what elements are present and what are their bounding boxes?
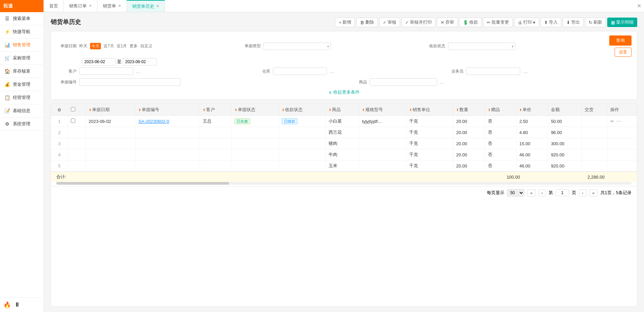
collapse-button[interactable]: ∧ 收起更多条件 [56, 89, 632, 95]
row-checkbox-cell [68, 160, 86, 172]
sidebar: 拓速 ☰ 搜索菜单 ⚡ 快捷导航 📊 销售管理 🛒 采购管理 🏠 库存核算 💰 … [0, 0, 44, 312]
staff-input[interactable] [466, 68, 520, 75]
audit-print-button[interactable]: ✓ 审核并打印 [401, 18, 436, 27]
page-number-input[interactable] [556, 189, 569, 196]
fire-icon[interactable]: 🔥 [3, 301, 11, 309]
date-shortcut-today[interactable]: 今天 [90, 43, 101, 49]
row-customer-cell [200, 127, 232, 138]
sidebar-item-sales-mgmt[interactable]: 📊 销售管理 [0, 38, 44, 52]
date-column-header[interactable]: ⬆单据日期 [86, 104, 136, 116]
doc-status-column-header[interactable]: ⬆单据状态 [231, 104, 279, 116]
close-all-button[interactable]: ✕ [637, 3, 644, 9]
row-spec-cell [359, 138, 407, 149]
sidebar-item-finance[interactable]: 💰 资金管理 [0, 78, 44, 91]
date-from-input[interactable] [82, 58, 116, 66]
unit-column-header[interactable]: ⬆销售单位 [406, 104, 453, 116]
total-records-label: 共1页，5条记录 [600, 190, 632, 196]
tab-sales-order[interactable]: 销售订单 ✕ [64, 0, 97, 12]
query-button[interactable]: 查询 [609, 35, 632, 46]
customer-dots-button[interactable]: ... [136, 69, 141, 74]
doc-type-label: 单据类型 [241, 43, 261, 49]
per-page-select[interactable]: 50 100 [507, 189, 524, 197]
gift-column-header[interactable]: ⬆赠品 [485, 104, 516, 116]
filter-customer-field: 客户 ... [56, 68, 245, 75]
row-docno-cell [136, 138, 200, 149]
next-page-button[interactable]: › [579, 189, 586, 197]
date-to-input[interactable] [123, 58, 157, 66]
last-page-button[interactable]: » [589, 189, 597, 197]
tab-sales-order-close[interactable]: ✕ [89, 4, 92, 8]
search-menu-icon: ☰ [4, 16, 10, 22]
quantity-column-header[interactable]: ⬆数量 [453, 104, 485, 116]
gear-column-header[interactable]: ⚙ [51, 104, 68, 116]
row-spec-cell: tyjyjtyjdf... [359, 116, 407, 127]
date-shortcut-yesterday[interactable]: 昨天 [79, 43, 87, 49]
goods-input[interactable] [370, 78, 437, 86]
sidebar-item-operation[interactable]: 📋 经营管理 [0, 91, 44, 104]
customer-column-header[interactable]: ⬆客户 [200, 104, 232, 116]
table-body: 1 2023-06-02 SA-20230602-0 王总 已生效 已收款 小白… [51, 116, 637, 172]
prev-page-button[interactable]: ‹ [538, 189, 546, 197]
row-pay-status-cell: 已收款 [279, 116, 326, 127]
pause-icon[interactable]: ⏸ [14, 301, 20, 309]
warehouse-label: 仓库 [250, 69, 270, 74]
discard-button[interactable]: ✕ 弃审 [437, 18, 458, 27]
date-shortcut-1month[interactable]: 近1月 [117, 43, 127, 49]
audit-button[interactable]: ✓ 审核 [379, 18, 400, 27]
spec-column-header[interactable]: ⬆规格型号 [359, 104, 407, 116]
delete-button[interactable]: 🗑 删除 [356, 18, 378, 27]
more-action-icon[interactable]: ⋯ [616, 119, 621, 124]
docno-column-header[interactable]: ⬆单据编号 [136, 104, 200, 116]
export-button[interactable]: ⬇ 导出 [563, 18, 584, 27]
row-unit-cell: 千克 [406, 138, 453, 149]
print-button[interactable]: 🖨 打印 ▾ [514, 18, 539, 27]
pay-status-label: 收款状态 [425, 43, 445, 49]
row-date-cell [86, 160, 136, 172]
refresh-button[interactable]: ↻ 刷新 [585, 18, 606, 27]
doc-type-select[interactable] [263, 43, 331, 50]
row-unit-price-cell: 4.80 [516, 127, 548, 138]
add-button[interactable]: + 新增 [335, 18, 355, 27]
goods-dots-button[interactable]: ... [440, 79, 445, 85]
pay-status-badge: 已收款 [282, 118, 298, 124]
row-checkbox-cell [68, 127, 86, 138]
tab-sales-history-close[interactable]: ✕ [156, 4, 159, 8]
warehouse-input[interactable] [273, 68, 327, 75]
tab-sales-invoice-close[interactable]: ✕ [118, 4, 121, 8]
doc-no-link[interactable]: SA-20230602-0 [138, 119, 169, 124]
sidebar-item-sys-mgmt[interactable]: ⚙ 系统管理 [0, 118, 44, 131]
unit-price-column-header[interactable]: ⬆单价 [516, 104, 548, 116]
row-customer-cell [200, 138, 232, 149]
date-shortcut-7days[interactable]: 近7天 [104, 43, 114, 49]
tab-home[interactable]: 首页 [44, 0, 64, 12]
docno-input[interactable] [79, 78, 180, 86]
sidebar-item-quick-nav[interactable]: ⚡ 快捷导航 [0, 25, 44, 38]
tab-sales-history[interactable]: 销货单历史 ✕ [127, 0, 165, 12]
scroll-thumb[interactable] [56, 182, 229, 185]
set-button[interactable]: 设置 [615, 48, 632, 57]
goods-column-header[interactable]: ⬆商品 [326, 104, 359, 116]
show-detail-button[interactable]: ▦ 显示明细 [607, 18, 637, 27]
sidebar-item-search-menu[interactable]: ☰ 搜索菜单 [0, 12, 44, 25]
tab-sales-invoice[interactable]: 销货单 ✕ [97, 0, 127, 12]
edit-action-icon[interactable]: ✏ [610, 119, 614, 124]
date-shortcut-more[interactable]: 更多 [130, 43, 138, 49]
select-all-checkbox[interactable] [71, 107, 75, 111]
staff-dots-button[interactable]: ... [523, 69, 528, 74]
pay-status-select[interactable] [448, 43, 515, 50]
warehouse-dots-button[interactable]: ... [330, 69, 335, 74]
row-checkbox[interactable] [71, 119, 75, 123]
horizontal-scrollbar[interactable] [56, 182, 632, 185]
sidebar-item-inventory[interactable]: 🏠 库存核算 [0, 65, 44, 78]
batch-change-button[interactable]: ✏ 批量变更 [483, 18, 513, 27]
sidebar-item-purchase-mgmt[interactable]: 🛒 采购管理 [0, 52, 44, 65]
first-page-button[interactable]: « [527, 189, 535, 197]
table-header-row: ⚙ ⬆单据日期 ⬆单据编号 ⬆客户 ⬆单据状态 ⬆收款状态 ⬆商品 ⬆规格型号 … [51, 104, 637, 116]
collect-button[interactable]: 💲 收款 [459, 18, 482, 27]
import-button[interactable]: ⬆ 导入 [540, 18, 561, 27]
sidebar-item-base-info[interactable]: 📝 基础信息 [0, 104, 44, 118]
customer-input[interactable] [79, 68, 133, 75]
date-shortcut-custom[interactable]: 自定义 [140, 43, 152, 49]
pay-status-column-header[interactable]: ⬆收款状态 [279, 104, 326, 116]
row-customer-cell [200, 160, 232, 172]
